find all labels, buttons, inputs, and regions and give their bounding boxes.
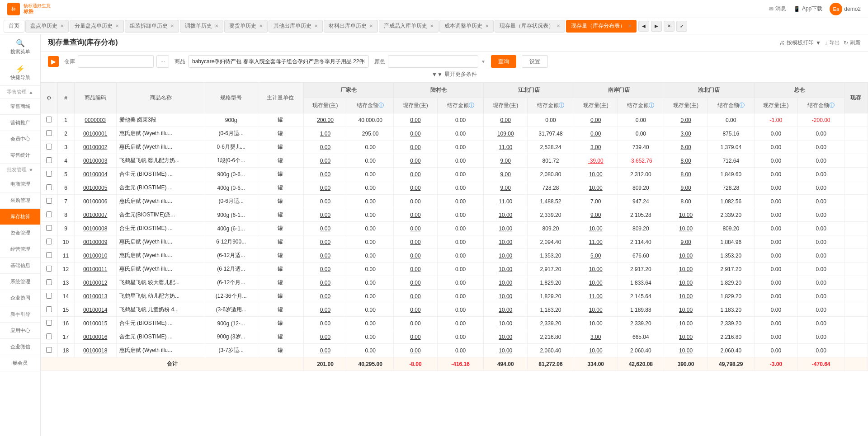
sidebar-item-inventory[interactable]: 库存核算 (0, 209, 40, 225)
tab-close-icon[interactable]: ✕ (557, 23, 560, 28)
settings-btn[interactable]: 设置 (522, 55, 548, 68)
sidebar-item-finance[interactable]: 资金管理 (0, 225, 40, 241)
tab-close-icon[interactable]: ✕ (215, 23, 218, 28)
td-checkbox[interactable] (41, 168, 58, 181)
td-lucun-cur: 0.00 (393, 141, 437, 154)
tab-close-icon[interactable]: ✕ (314, 23, 318, 28)
td-nanan-cur: 10.00 (574, 222, 618, 235)
td-yubei-cur: 6.00 (664, 141, 708, 154)
tab-stock-status[interactable]: 现存量（库存状况表） ✕ (495, 20, 565, 33)
td-lucun-money: 0.00 (437, 330, 484, 344)
td-checkbox[interactable] (41, 127, 58, 141)
color-input[interactable] (388, 55, 478, 68)
tab-close-icon[interactable]: ✕ (628, 23, 632, 28)
expand-label: 展开更多条件 (444, 70, 477, 78)
filter-collapse-btn[interactable]: ▶ (48, 56, 59, 67)
td-checkbox[interactable] (41, 141, 58, 154)
td-checkbox[interactable] (41, 303, 58, 317)
tab-close-icon[interactable]: ✕ (369, 23, 373, 28)
summary-changjia-cur: 201.00 (303, 357, 347, 371)
print-btn[interactable]: 🖨 按模板打印 ▼ (779, 39, 821, 47)
gear-icon[interactable]: ⚙ (47, 95, 52, 101)
tab-cost-adjust[interactable]: 成本调整单历史 ✕ (439, 20, 494, 33)
export-btn[interactable]: ↓ 导出 (825, 39, 840, 47)
tab-other-out[interactable]: 其他出库单历史 ✕ (269, 20, 323, 33)
tab-assembly[interactable]: 组装拆卸单历史 ✕ (125, 20, 179, 33)
sidebar-item-member-plus[interactable]: 畅会员 (0, 355, 40, 371)
expand-filter-btn[interactable]: ▼▼ 展开更多条件 (432, 70, 477, 78)
tab-purchase-order[interactable]: 要货单历史 ✕ (224, 20, 268, 33)
td-checkbox[interactable] (41, 317, 58, 330)
td-checkbox[interactable] (41, 208, 58, 222)
td-checkbox[interactable] (41, 249, 58, 263)
td-checkbox[interactable] (41, 330, 58, 344)
td-checkbox[interactable] (41, 290, 58, 303)
sidebar-item-quick-nav[interactable]: ⚡ 快捷导航 (0, 60, 40, 86)
app-center-label: 应用中心 (10, 328, 30, 333)
tab-bar: 首页 盘点单历史 ✕ 分量盘点单历史 ✕ 组装拆卸单历史 ✕ 调拨单历史 ✕ 要… (0, 18, 868, 34)
tab-close-all-btn[interactable]: ✕ (664, 21, 675, 32)
td-cur (844, 344, 868, 357)
tab-close-icon[interactable]: ✕ (170, 23, 174, 28)
td-nanan-money: 947.24 (618, 195, 664, 208)
tab-close-icon[interactable]: ✕ (60, 23, 64, 28)
sidebar-item-basic-info[interactable]: 基础信息 (0, 258, 40, 274)
table-row: 16 00100015 合生元 (BIOSTIME) ... 900g (12-… (41, 317, 868, 330)
refresh-btn[interactable]: ↻ 刷新 (844, 39, 861, 47)
sidebar-item-search[interactable]: 🔍 搜索英单 (0, 34, 40, 60)
sidebar-wholesale-mgmt[interactable]: 批发管理 ▼ (0, 164, 40, 176)
td-lucun-money: 0.00 (437, 195, 484, 208)
td-nanan-cur: 0.00 (574, 127, 618, 141)
td-code: 00100004 (74, 168, 116, 181)
tab-close-icon[interactable]: ✕ (115, 23, 119, 28)
tab-partial-inventory[interactable]: 分量盘点单历史 ✕ (70, 20, 124, 33)
td-checkbox[interactable] (41, 113, 58, 127)
td-total-cur: 0.00 (754, 195, 798, 208)
tab-inventory-check[interactable]: 盘点单历史 ✕ (25, 20, 69, 33)
tab-transfer[interactable]: 调拨单历史 ✕ (180, 20, 223, 33)
td-jiangbei-cur: 10.00 (484, 290, 528, 303)
tab-product-in[interactable]: 产成品入库单历史 ✕ (379, 20, 439, 33)
td-checkbox[interactable] (41, 195, 58, 208)
td-checkbox[interactable] (41, 344, 58, 357)
message-btn[interactable]: ✉ 消息 (769, 5, 786, 13)
td-checkbox[interactable] (41, 154, 58, 168)
tab-material-out[interactable]: 材料出库单历史 ✕ (324, 20, 378, 33)
td-checkbox[interactable] (41, 263, 58, 276)
sidebar-item-app-center[interactable]: 应用中心 (0, 323, 40, 339)
summary-nanan-cur: 334.00 (574, 357, 618, 371)
td-checkbox[interactable] (41, 222, 58, 235)
app-download-btn[interactable]: 📱 App下载 (793, 5, 822, 13)
query-btn[interactable]: 查询 (491, 55, 516, 68)
td-checkbox[interactable] (41, 235, 58, 249)
sidebar-item-enterprise-wechat[interactable]: 企业微信 (0, 339, 40, 355)
tab-stock-dist[interactable]: 现存量（库存分布表） ✕ (566, 20, 637, 33)
sidebar-item-marketing[interactable]: 营销推广 (0, 115, 40, 131)
td-changjia-money: 0.00 (347, 208, 394, 222)
product-input[interactable] (188, 55, 369, 68)
sidebar-item-new-guide[interactable]: 新手引导 (0, 306, 40, 323)
tab-prev-btn[interactable]: ◀ (638, 21, 649, 32)
sidebar-item-retail-store[interactable]: 零售商城 (0, 98, 40, 115)
warehouse-more-btn[interactable]: ··· (156, 55, 169, 68)
user-area[interactable]: Ea demo2 (830, 3, 861, 15)
sidebar-item-retail-stats[interactable]: 零售统计 (0, 147, 40, 164)
sidebar-item-enterprise-collab[interactable]: 企业协同 (0, 290, 40, 306)
tab-close-icon[interactable]: ✕ (430, 23, 434, 28)
td-changjia-cur: 0.00 (303, 249, 347, 263)
td-checkbox[interactable] (41, 181, 58, 195)
sidebar-item-system[interactable]: 系统管理 (0, 274, 40, 290)
sidebar-item-operation[interactable]: 经营管理 (0, 241, 40, 258)
tab-home[interactable]: 首页 (4, 20, 24, 33)
sidebar-retail-mgmt[interactable]: 零售管理 ▲ (0, 86, 40, 98)
sidebar-item-ecom[interactable]: 电商管理 (0, 176, 40, 192)
tab-expand-btn[interactable]: ⤢ (676, 21, 687, 32)
tab-next-btn[interactable]: ▶ (651, 21, 662, 32)
warehouse-input[interactable] (78, 55, 154, 68)
sidebar-item-member[interactable]: 会员中心 (0, 131, 40, 147)
td-checkbox[interactable] (41, 276, 58, 290)
tab-close-icon[interactable]: ✕ (485, 23, 489, 28)
sidebar-item-purchase[interactable]: 采购管理 (0, 192, 40, 209)
tab-close-icon[interactable]: ✕ (259, 23, 263, 28)
td-spec: 400g (0-6... (205, 181, 257, 195)
